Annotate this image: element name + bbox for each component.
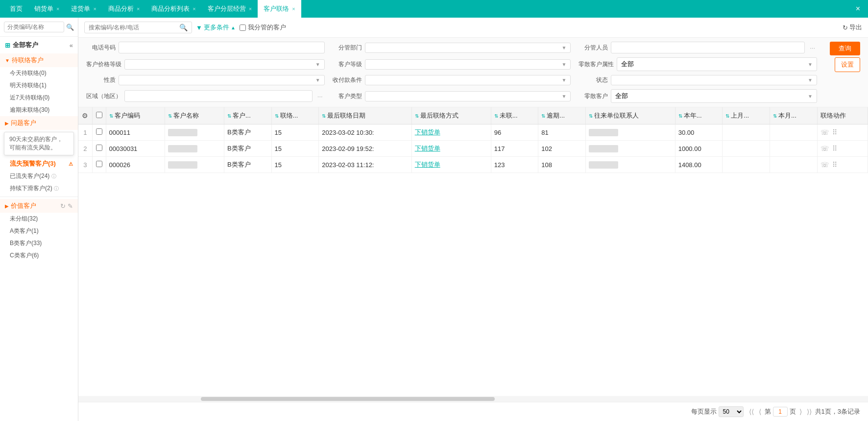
row-checkbox-cell[interactable] (92, 124, 106, 141)
sort-name-icon[interactable]: ⇅ (168, 113, 172, 119)
filter-nature-select[interactable]: ▼ (119, 75, 325, 85)
filter-row-4: 区域（地区） ··· 客户类型 ▼ 零散客户 (86, 89, 817, 103)
sidebar-search-input[interactable] (4, 22, 64, 32)
more-action-icon[interactable]: ⠿ (832, 145, 837, 152)
filter-status-select[interactable]: ▼ (611, 75, 817, 85)
prev-page-button[interactable]: ⟨ (757, 408, 763, 416)
settings-button[interactable]: 设置 (835, 57, 860, 72)
sort-ty-icon[interactable]: ⇅ (678, 113, 682, 119)
sidebar-group-value-customer[interactable]: ▶ 价值客户 ↻ ✎ (0, 199, 78, 213)
row-checkbox[interactable] (96, 128, 102, 135)
sort-contact-icon[interactable]: ⇅ (275, 113, 279, 119)
th-checkbox[interactable] (92, 107, 106, 124)
nav-sales-order[interactable]: 销货单 × (28, 0, 65, 18)
sidebar-item-overdue-contact[interactable]: 逾期未联络(30) (0, 104, 78, 116)
sidebar-item-7days-contact[interactable]: 近7天待联络(0) (0, 92, 78, 104)
edit-icon[interactable]: ✎ (68, 202, 73, 210)
column-settings-icon[interactable]: ⚙ (82, 112, 88, 120)
sort-unlisted-icon[interactable]: ⇅ (494, 113, 498, 119)
last-method-link[interactable]: 下销货单 (415, 161, 440, 168)
sidebar-item-class-b[interactable]: B类客户(33) (0, 237, 78, 249)
filter-customer-level-select[interactable]: ▼ (365, 59, 571, 70)
contact-action-icon[interactable]: ☏ (820, 161, 829, 169)
first-page-button[interactable]: ⟨⟨ (747, 408, 755, 416)
next-page-button[interactable]: ⟩ (798, 408, 803, 416)
sidebar-item-churn-warning[interactable]: 流失预警客户(3) ⚠ (0, 157, 78, 170)
row-checkbox[interactable] (96, 145, 102, 151)
filter-phone-label: 电话号码 (86, 44, 116, 52)
filter-dept-select[interactable]: ▼ (365, 43, 571, 53)
close-product-analysis-list-icon[interactable]: × (193, 6, 195, 12)
sidebar-group-problem-customer[interactable]: ▶ 问题客户 (0, 116, 78, 130)
last-method-link[interactable]: 下销货单 (415, 145, 440, 152)
filter-price-level: 客户价格等级 ▼ (86, 59, 325, 70)
th-settings[interactable]: ⚙ (78, 107, 92, 124)
select-all-checkbox[interactable] (96, 112, 102, 118)
my-customers-checkbox-label[interactable]: 我分管的客户 (240, 23, 286, 32)
more-action-icon[interactable]: ⠿ (832, 161, 837, 169)
filter-retail-select[interactable]: 全部 ▼ (611, 89, 817, 103)
filter-retail-attr-select[interactable]: 全部 ▼ (617, 57, 817, 71)
nav-purchase-order[interactable]: 进货单 × (65, 0, 102, 18)
per-page-select[interactable]: 50 20 100 (719, 406, 744, 417)
sort-last-method-icon[interactable]: ⇅ (415, 113, 419, 119)
cell-last-month (723, 157, 770, 173)
sidebar-group-pending-contact[interactable]: ▼ 待联络客户 (0, 53, 78, 67)
last-page-button[interactable]: ⟩⟩ (805, 408, 813, 416)
sidebar-item-tomorrow-contact[interactable]: 明天待联络(1) (0, 79, 78, 92)
horizontal-scrollbar[interactable] (78, 396, 868, 402)
sidebar-item-class-a[interactable]: A类客户(1) (0, 225, 78, 237)
filter-phone-input[interactable] (119, 42, 325, 53)
sidebar-item-today-contact[interactable]: 今天待联络(0) (0, 67, 78, 79)
sidebar-item-class-c[interactable]: C类客户(6) (0, 249, 78, 262)
close-customer-contact-icon[interactable]: × (292, 6, 295, 12)
sidebar-item-churned[interactable]: 已流失客户(24) ⓘ (0, 170, 78, 182)
nav-customer-segment[interactable]: 客户分层经营 × (202, 0, 258, 18)
scrollbar-thumb[interactable] (201, 397, 495, 401)
close-customer-segment-icon[interactable]: × (249, 6, 252, 12)
sidebar-item-declining[interactable]: 持续下滑客户(2) ⓘ (0, 182, 78, 195)
filter-region-input[interactable] (124, 90, 313, 102)
row-checkbox[interactable] (96, 161, 102, 167)
sort-code-icon[interactable]: ⇅ (109, 113, 113, 119)
page-number-input[interactable] (773, 407, 788, 417)
close-sales-order-icon[interactable]: × (56, 6, 59, 12)
filter-person-input[interactable] (611, 42, 805, 53)
all-customers-header[interactable]: ⊞ 全部客户 « (0, 37, 78, 53)
nav-customer-contact[interactable]: 客户联络 × (258, 0, 301, 18)
refresh-icon[interactable]: ↻ (60, 202, 66, 210)
close-product-analysis-icon[interactable]: × (137, 6, 140, 12)
nav-home[interactable]: 首页 (4, 0, 28, 18)
sort-cp-icon[interactable]: ⇅ (589, 113, 593, 119)
contact-action-icon[interactable]: ☏ (820, 145, 829, 152)
sort-overdue-icon[interactable]: ⇅ (541, 113, 545, 119)
sort-type-icon[interactable]: ⇅ (227, 113, 231, 119)
person-more-icon[interactable]: ··· (808, 44, 817, 51)
sidebar-collapse-icon[interactable]: « (70, 42, 73, 49)
close-all-tabs-button[interactable]: × (852, 4, 864, 13)
region-more-icon[interactable]: ··· (315, 93, 325, 100)
more-filters-button[interactable]: ▼ 更多条件 ▲ (196, 23, 236, 32)
sort-tm-icon[interactable]: ⇅ (773, 113, 777, 119)
my-customers-checkbox[interactable] (240, 25, 246, 31)
sort-last-date-icon[interactable]: ⇅ (322, 113, 326, 119)
filter-customer-type-select[interactable]: ▼ (365, 91, 571, 101)
query-button[interactable]: 查询 (830, 42, 860, 55)
sidebar-search-icon[interactable]: 🔍 (66, 24, 74, 31)
contact-action-icon[interactable]: ☏ (820, 128, 829, 136)
sort-lm-icon[interactable]: ⇅ (725, 113, 729, 119)
filter-payment-select[interactable]: ▼ (365, 75, 571, 85)
search-button[interactable]: 🔍 (179, 24, 188, 31)
nav-product-analysis[interactable]: 商品分析 × (102, 0, 145, 18)
filter-price-level-select[interactable]: ▼ (124, 59, 325, 70)
sidebar-item-ungrouped[interactable]: 未分组(32) (0, 213, 78, 225)
search-input[interactable] (89, 24, 177, 31)
last-method-link[interactable]: 下销货单 (415, 128, 440, 136)
row-checkbox-cell[interactable] (92, 141, 106, 157)
nav-product-analysis-list[interactable]: 商品分析列表 × (145, 0, 201, 18)
close-purchase-order-icon[interactable]: × (93, 6, 96, 12)
export-button[interactable]: ↻ 导出 (843, 23, 862, 32)
search-input-wrap: 🔍 (84, 22, 192, 33)
more-action-icon[interactable]: ⠿ (832, 128, 837, 136)
row-checkbox-cell[interactable] (92, 157, 106, 173)
